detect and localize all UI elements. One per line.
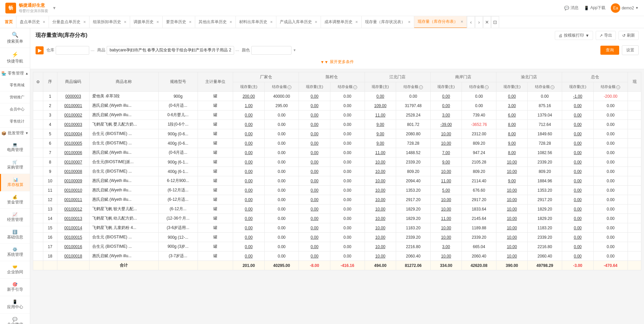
inventory-icon: 📊 <box>1 177 30 182</box>
sidebar-item-ecommerce[interactable]: 💻 电商管理 <box>0 139 30 156</box>
tab-assembly[interactable]: 组装拆卸单历史 ✕ <box>90 16 130 28</box>
sidebar-item-members[interactable]: 会员中心 <box>0 103 30 115</box>
tab-expand-btn[interactable]: ⊡ <box>491 16 499 28</box>
sidebar-item-system[interactable]: ⚙️ 系统管理 <box>0 244 30 261</box>
tab-partial-inventory[interactable]: 分量盘点单历史 ✕ <box>49 16 90 28</box>
sidebar-item-retail-mgmt[interactable]: 🏪 零售管理 ▲ <box>0 68 30 79</box>
sidebar-item-wholesale[interactable]: 📦 批发管理 ▼ <box>0 128 30 139</box>
tab-material-outbound[interactable]: 材料出库单历史 ✕ <box>236 16 276 28</box>
sidebar-item-retail-stats[interactable]: 零售统计 <box>0 115 30 128</box>
tab-close-6[interactable]: ✕ <box>229 20 232 24</box>
goods-filter: 商品 ··· <box>97 46 239 55</box>
table-row: 700100006惠氏启赋 (Wyeth illu...(0-6月适...罐0.… <box>33 148 641 157</box>
total-amount-info-icon[interactable]: ⓘ <box>616 85 620 89</box>
app-icon: 📱 <box>584 6 589 10</box>
filter-expand-btn[interactable]: ▶ <box>36 46 44 54</box>
chencun-stock-header: 现存量(主) <box>299 82 330 92</box>
summary-row: 合计201.0040295.00-8.00-416.16494.0081272.… <box>33 261 641 270</box>
tab-close-1[interactable]: ✕ <box>43 20 45 24</box>
wechat-icon: 💬 <box>0 317 30 322</box>
refresh-btn[interactable]: ↺ 刷新 <box>619 31 639 40</box>
warehouse-label: 仓库 <box>46 47 54 53</box>
color-input[interactable] <box>251 46 291 55</box>
tab-close-8[interactable]: ✕ <box>315 20 317 24</box>
tab-close-2[interactable]: ✕ <box>83 20 86 24</box>
warehouse-more-icon[interactable]: ··· <box>91 48 95 53</box>
jiangbei-amount-info-icon[interactable]: ⓘ <box>419 85 423 89</box>
tab-inventory-check[interactable]: 盘点单历史 ✕ <box>16 16 49 28</box>
setting-btn[interactable]: 设置 <box>622 45 639 55</box>
sidebar-item-nav[interactable]: ⚡ 快捷导航 <box>0 48 30 68</box>
tab-close-11[interactable]: ✕ <box>461 20 463 24</box>
tab-next-btn[interactable]: › <box>475 16 483 28</box>
table-row: 1800100018惠氏启赋 (Wyeth illu...(3-7岁适...罐0… <box>33 251 641 261</box>
sidebar-item-inventory[interactable]: 📊 库存核算 <box>0 174 30 191</box>
export-btn[interactable]: ↗ 导出 <box>596 31 616 40</box>
extra-col-header: 现 <box>628 72 641 92</box>
sidebar-item-purchase[interactable]: 🛒 采购管理 <box>0 156 30 174</box>
yubei-amount-info-icon[interactable]: ⓘ <box>550 85 554 89</box>
tab-close-4[interactable]: ✕ <box>156 20 159 24</box>
table-scroll[interactable]: ⚙ 序 商品编码 商品名称 规格型号 主计量单位 厂家仓 陈村仓 江北门店 南岸… <box>33 72 641 270</box>
sidebar-item-marketing[interactable]: 营销推广 <box>0 91 30 103</box>
color-dropdown-icon[interactable]: ▼ <box>293 48 296 52</box>
print-dropdown-icon: ▼ <box>585 33 589 38</box>
search-icon: 🔍 <box>0 32 30 38</box>
table-row: 400100003飞鹤星飞帆 婴儿配方奶...1段(0-6个...罐0.000.… <box>33 120 641 129</box>
goods-label: 商品 <box>97 47 105 53</box>
total-amount-header: 结存金额ⓘ <box>593 82 628 92</box>
tab-stock-distribution[interactable]: 现存量（库存分布表） ✕ <box>414 16 467 28</box>
summary-label: 合计 <box>89 261 158 270</box>
tab-close-9[interactable]: ✕ <box>355 20 358 24</box>
tab-home[interactable]: 首页 <box>1 16 16 28</box>
tab-prev-btn[interactable]: ‹ <box>467 16 475 28</box>
logo-subtitle: 母婴行业演示陈套 <box>19 8 48 13</box>
logo-icon: 畅 <box>5 3 16 13</box>
sidebar-item-basic-info[interactable]: ℹ️ 基础信息 <box>0 226 30 244</box>
print-btn[interactable]: 🖨 按模板打印 ▼ <box>555 31 593 40</box>
table-row: 1500100014飞鹤星飞帆 儿童奶粉 4...(3-6岁适用...罐0.00… <box>33 223 641 233</box>
tab-other-outbound[interactable]: 其他出库单历史 ✕ <box>195 16 236 28</box>
tab-close-7[interactable]: ✕ <box>270 20 273 24</box>
query-btn[interactable]: 查询 <box>600 46 619 55</box>
table-row: 1100100010惠氏启赋 (Wyeth illu...(6-12月适...罐… <box>33 186 641 195</box>
tab-stock-status[interactable]: 现存量（库存状况表） ✕ <box>362 16 414 28</box>
color-filter: 颜色 ▼ <box>242 46 296 55</box>
basic-info-icon: ℹ️ <box>0 230 30 234</box>
sidebar-item-operations[interactable]: 📈 经营管理 <box>0 209 30 226</box>
tab-bar: 首页 盘点单历史 ✕ 分量盘点单历史 ✕ 组装拆卸单历史 ✕ 调拨单历史 ✕ 要… <box>0 16 644 28</box>
tab-close-3[interactable]: ✕ <box>124 20 126 24</box>
tab-close-all-btn[interactable]: ✕ <box>483 16 491 28</box>
sidebar-item-guide[interactable]: 🎯 新手引导 <box>0 279 30 296</box>
sidebar-item-finance[interactable]: 💰 资金管理 <box>0 191 30 209</box>
table-row: 1200100011惠氏启赋 (Wyeth illu...(6-12月适...罐… <box>33 195 641 204</box>
tab-requisition[interactable]: 要货单历史 ✕ <box>163 16 195 28</box>
goods-more-icon[interactable]: ··· <box>235 48 239 53</box>
nanan-amount-info-icon[interactable]: ⓘ <box>485 85 489 89</box>
tab-transfer[interactable]: 调拨单历史 ✕ <box>130 16 163 28</box>
tab-product-inbound[interactable]: 产成品入库单历史 ✕ <box>276 16 321 28</box>
expand-more-btn[interactable]: ▼▼ 展开更多条件 <box>320 59 354 65</box>
sidebar-item-app-center[interactable]: 📱 应用中心 <box>0 296 30 314</box>
sidebar-item-retail-shop[interactable]: 零售商城 <box>0 79 30 91</box>
app-download-btn[interactable]: 📱 App下载 <box>584 5 605 11</box>
settings-col-header[interactable]: ⚙ <box>33 72 43 92</box>
factory-amount-info-icon[interactable]: ⓘ <box>287 85 291 89</box>
sidebar: 🔍 搜索英单 ⚡ 快捷导航 🏪 零售管理 ▲ 零售商城 营销推广 会员中心 零售… <box>0 28 30 324</box>
sidebar-item-wechat[interactable]: 💬 企业微信 <box>0 314 30 324</box>
table-row: 600100005合生元 (BIOSTIME) ...400g (0-6...罐… <box>33 139 641 148</box>
guide-icon: 🎯 <box>0 282 30 287</box>
sidebar-item-search[interactable]: 🔍 搜索英单 <box>0 28 30 48</box>
sidebar-item-enterprise[interactable]: 🤝 企业协同 <box>0 261 30 279</box>
tab-close-10[interactable]: ✕ <box>408 20 411 24</box>
chencun-amount-info-icon[interactable]: ⓘ <box>353 85 357 89</box>
user-menu[interactable]: Ea demo2 ▼ <box>611 3 639 13</box>
table-row: 900100008合生元 (BIOSTIME) ...400g (6-1...罐… <box>33 167 641 176</box>
warehouse-input[interactable] <box>56 46 89 55</box>
message-btn[interactable]: 💬 消息 <box>564 5 579 11</box>
goods-input[interactable] <box>107 46 234 55</box>
tab-cost-adjust[interactable]: 成本调整单历史 ✕ <box>321 16 362 28</box>
tab-close-5[interactable]: ✕ <box>189 20 192 24</box>
enterprise-icon: 🤝 <box>0 265 30 269</box>
dropdown-icon[interactable]: ▼ <box>52 6 56 10</box>
